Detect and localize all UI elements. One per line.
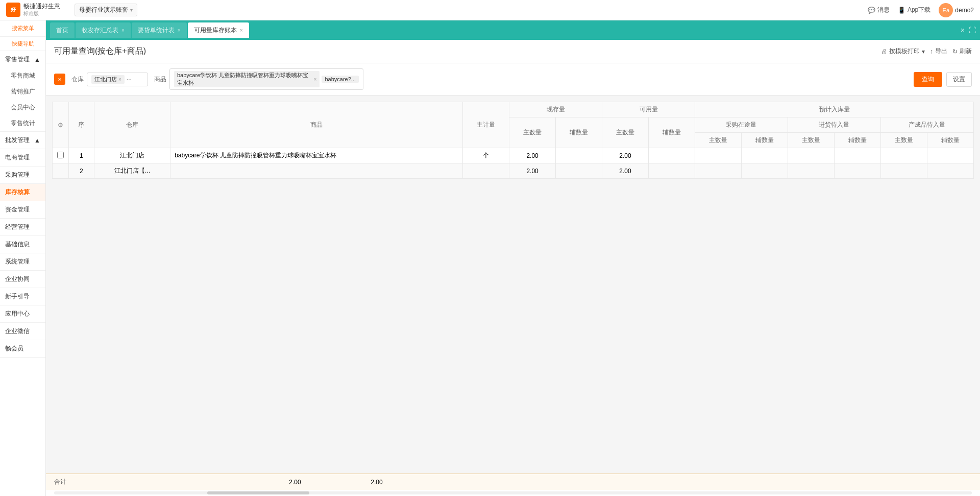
- query-button[interactable]: 查询: [914, 72, 942, 87]
- product-tag-1-remove[interactable]: ×: [314, 77, 317, 82]
- sidebar-group-header-guide[interactable]: 新手引导: [0, 288, 45, 305]
- sidebar-group-header-inventory[interactable]: 库存核算: [0, 184, 45, 201]
- sidebar-group-header-ecommerce[interactable]: 电商管理: [0, 149, 45, 166]
- warehouse-tag-value: 江北门店: [94, 76, 117, 83]
- row1-finished-main: [880, 148, 927, 163]
- settings-button[interactable]: 设置: [946, 72, 972, 87]
- row1-product: babycare学饮杯 儿童防摔防撞吸管杯重力球吸嘴杯宝宝水杯: [170, 148, 463, 163]
- table-row: 2 江北门店【... 2.00 2.00: [53, 163, 974, 179]
- row2-stock-aux: [556, 163, 602, 179]
- product-filter: 商品 babycare学饮杯 儿童防摔防撞吸管杯重力球吸嘴杯宝宝水杯 × bab…: [154, 68, 363, 90]
- tenant-name: 母婴行业演示账套: [79, 6, 128, 14]
- expand-icon-retail: ▲: [34, 56, 40, 63]
- tab-order-summary[interactable]: 要货单统计表 ×: [132, 22, 187, 38]
- message-button[interactable]: 💬 消息: [868, 6, 890, 14]
- user-profile[interactable]: Ea demo2: [939, 3, 974, 17]
- row1-pur-transit-aux: [741, 148, 788, 163]
- sidebar-group-operations: 经营管理: [0, 219, 45, 236]
- sidebar-group-label-vip: 畅会员: [5, 344, 23, 353]
- sidebar-group-label-finance: 资金管理: [5, 205, 30, 214]
- sidebar-group-collaboration: 企业协同: [0, 271, 45, 288]
- logo-text: 畅捷通好生意: [23, 3, 60, 10]
- sidebar-item-marketing[interactable]: 营销推广: [0, 84, 45, 100]
- tab-available-stock[interactable]: 可用量库存账本 ×: [188, 22, 249, 38]
- sidebar-item-members[interactable]: 会员中心: [0, 100, 45, 115]
- th-finished-main: 主数量: [880, 133, 927, 148]
- th-avail-aux: 辅数量: [649, 117, 695, 148]
- tab-income-summary[interactable]: 收发存汇总表 ×: [76, 22, 131, 38]
- app-icon: 📱: [898, 7, 905, 14]
- export-button[interactable]: ↑ 导出: [930, 47, 947, 56]
- tab-available-stock-close[interactable]: ×: [240, 28, 243, 33]
- table-footer: 合计 2.00 2.00: [46, 474, 980, 490]
- tab-home[interactable]: 首页: [50, 22, 75, 38]
- sidebar-group-label-guide: 新手引导: [5, 292, 30, 301]
- warehouse-tag-remove[interactable]: ×: [118, 77, 121, 82]
- filter-actions: 查询 设置: [914, 72, 972, 87]
- sidebar-group-retail: 零售管理 ▲ 零售商城 营销推广 会员中心 零售统计: [0, 51, 45, 132]
- row1-inbound-main: [788, 148, 834, 163]
- row2-product: [170, 163, 463, 179]
- print-button[interactable]: 🖨 按模板打印 ▾: [881, 47, 925, 56]
- sidebar-group-purchase: 采购管理: [0, 167, 45, 184]
- sidebar-group-header-operations[interactable]: 经营管理: [0, 219, 45, 235]
- sidebar-item-online-store[interactable]: 零售商城: [0, 68, 45, 84]
- sidebar-search[interactable]: 搜索菜单: [0, 20, 45, 37]
- warehouse-more-icon[interactable]: ···: [127, 76, 132, 83]
- refresh-icon: ↻: [952, 48, 958, 55]
- product-input[interactable]: babycare学饮杯 儿童防摔防撞吸管杯重力球吸嘴杯宝宝水杯 × babyca…: [169, 68, 363, 90]
- tab-order-summary-close[interactable]: ×: [178, 28, 181, 33]
- row2-avail-aux: [649, 163, 695, 179]
- sidebar-quick-nav[interactable]: 快捷导航: [0, 37, 45, 51]
- row2-checkbox[interactable]: [53, 163, 69, 179]
- sidebar-group-header-purchase[interactable]: 采购管理: [0, 167, 45, 183]
- row1-no: 1: [69, 148, 94, 163]
- sidebar-group-label-inventory: 库存核算: [5, 188, 30, 197]
- sidebar-group-header-system[interactable]: 系统管理: [0, 253, 45, 270]
- chevron-down-icon: ▾: [130, 7, 133, 13]
- expand-filter-button[interactable]: »: [54, 74, 65, 85]
- sidebar-item-retail-stats[interactable]: 零售统计: [0, 115, 45, 131]
- scrollbar-track: [54, 491, 972, 494]
- refresh-button[interactable]: ↻ 刷新: [952, 47, 972, 56]
- row1-checkbox[interactable]: [53, 148, 69, 163]
- row2-pur-transit-aux: [741, 163, 788, 179]
- sidebar-group-header-wholesale[interactable]: 批发管理 ▲: [0, 132, 45, 149]
- app-label: App下载: [908, 6, 930, 14]
- footer-avail-main: 2.00: [356, 479, 397, 486]
- column-settings-icon[interactable]: ⚙: [58, 122, 63, 129]
- row1-avail-aux: [649, 148, 695, 163]
- sidebar-group-header-wechat[interactable]: 企业微信: [0, 323, 45, 340]
- scrollbar-thumb[interactable]: [207, 491, 309, 494]
- th-purchase-transit: 采购在途量: [695, 117, 788, 133]
- warehouse-input[interactable]: 江北门店 × ···: [87, 73, 148, 86]
- th-settings[interactable]: ⚙: [53, 102, 69, 148]
- sidebar-group-header-appstore[interactable]: 应用中心: [0, 305, 45, 322]
- message-label: 消息: [877, 6, 890, 14]
- row1-check[interactable]: [57, 152, 64, 158]
- sidebar-group-header-finance[interactable]: 资金管理: [0, 201, 45, 218]
- app-download-button[interactable]: 📱 App下载: [898, 6, 930, 14]
- product-tag-2: babycare?...: [322, 76, 359, 83]
- row2-pur-transit-main: [695, 163, 742, 179]
- row2-finished-main: [880, 163, 927, 179]
- footer-label: 合计: [54, 478, 66, 486]
- sidebar-group-header-vip[interactable]: 畅会员: [0, 340, 45, 357]
- sidebar-group-wechat: 企业微信: [0, 323, 45, 340]
- table-area: ⚙ 序 仓库 商品 主计量 现存量 可用量 预计入库量 主数量 辅数量 主数量: [46, 96, 980, 474]
- row2-avail-main: 2.00: [602, 163, 649, 179]
- row1-pur-transit-main: [695, 148, 742, 163]
- sidebar-group-header-collaboration[interactable]: 企业协同: [0, 271, 45, 288]
- sidebar-group-appstore: 应用中心: [0, 305, 45, 323]
- tab-fullscreen-button[interactable]: ⛶: [969, 26, 976, 34]
- tab-income-summary-close[interactable]: ×: [121, 28, 125, 33]
- tenant-selector[interactable]: 母婴行业演示账套 ▾: [75, 4, 137, 16]
- tab-available-stock-label: 可用量库存账本: [194, 26, 237, 35]
- th-planned-in: 预计入库量: [695, 102, 974, 117]
- tab-close-all-button[interactable]: ×: [961, 26, 965, 34]
- th-current-stock: 现存量: [509, 102, 602, 117]
- sidebar-group-header-basics[interactable]: 基础信息: [0, 236, 45, 253]
- sidebar-group-header-retail[interactable]: 零售管理 ▲: [0, 51, 45, 68]
- page-actions: 🖨 按模板打印 ▾ ↑ 导出 ↻ 刷新: [881, 47, 972, 56]
- sidebar-group-label-system: 系统管理: [5, 257, 30, 266]
